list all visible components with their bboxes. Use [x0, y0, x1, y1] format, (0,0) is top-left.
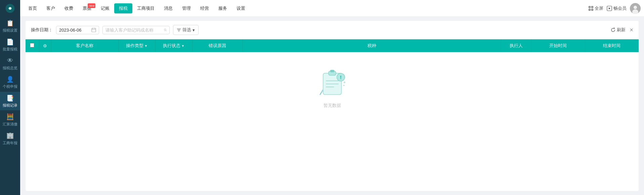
empty-state: ! 暂无数据: [26, 52, 639, 122]
gear-icon[interactable]: ⚙: [43, 43, 47, 48]
topnav-right: 全屏 畅会员: [589, 3, 641, 14]
topnav-items: 首页客户收费票据new记账报税工商项目消息管理经营服务设置: [24, 3, 589, 13]
svg-rect-23: [330, 70, 334, 72]
topnav-item-billing[interactable]: 收费: [60, 3, 78, 13]
svg-marker-20: [614, 28, 615, 29]
sidebar-icon-personal-tax: 👤: [6, 76, 14, 83]
topnav-item-operation[interactable]: 经营: [196, 3, 214, 13]
th-label-error: 错误原因: [209, 43, 226, 48]
sidebar-item-personal-tax[interactable]: 👤个税申报: [0, 73, 20, 92]
sidebar-label-settlement: 汇算清缴: [3, 122, 17, 126]
badge-invoice: new: [88, 3, 95, 8]
topnav-item-tax[interactable]: 报税: [114, 3, 132, 13]
sidebar-icon-annual-report: 🏢: [6, 132, 14, 140]
search-input[interactable]: [105, 28, 162, 33]
svg-point-9: [634, 6, 637, 9]
th-status[interactable]: 执行状态▼: [155, 39, 192, 52]
th-checkbox: [26, 39, 39, 52]
empty-text: 暂无数据: [324, 103, 341, 109]
topnav-item-management[interactable]: 管理: [177, 3, 196, 13]
sidebar-label-tax-records: 报税记录: [3, 103, 17, 108]
table-header-row: ⚙客户名称操作类型▼执行状态▼错误原因税种执行人开始时间结束时间: [26, 39, 639, 52]
sidebar-item-batch-tax[interactable]: 📄批量报税: [0, 36, 20, 54]
avatar-icon: [630, 3, 641, 14]
th-type[interactable]: 操作类型▼: [118, 39, 155, 52]
sidebar-item-tax-records[interactable]: 📑报税记录: [0, 92, 20, 111]
content: 操作日期：: [20, 17, 644, 195]
th-label-status: 执行状态: [163, 43, 180, 48]
sidebar-icon-tax-settings: 📋: [6, 20, 14, 27]
calendar-icon: [91, 28, 96, 32]
table-wrap: ⚙客户名称操作类型▼执行状态▼错误原因税种执行人开始时间结束时间: [26, 39, 639, 191]
sidebar-item-tax-summary[interactable]: 👁报税总览: [0, 54, 20, 73]
filter-button[interactable]: 筛选 ▾: [173, 25, 199, 35]
member-label: 畅会员: [613, 5, 627, 11]
sort-icon-type: ▼: [144, 44, 148, 48]
filter-icon: [177, 28, 181, 32]
svg-point-32: [343, 85, 344, 86]
topnav-item-business[interactable]: 工商项目: [132, 3, 159, 13]
topnav-item-service[interactable]: 服务: [214, 3, 232, 13]
sidebar-label-batch-tax: 批量报税: [3, 47, 17, 51]
topnav-item-home[interactable]: 首页: [24, 3, 42, 13]
th-label-name: 客户名称: [76, 43, 93, 48]
svg-text:!: !: [340, 75, 342, 80]
th-tax_type: 税种: [243, 39, 501, 52]
sidebar-icon-tax-summary: 👁: [7, 57, 13, 65]
toolbar: 操作日期：: [26, 21, 639, 39]
th-label-tax_type: 税种: [368, 43, 376, 48]
select-all-checkbox[interactable]: [30, 43, 34, 47]
date-label: 操作日期：: [31, 27, 53, 33]
svg-rect-11: [92, 28, 96, 32]
sidebar-item-settlement[interactable]: 🧮汇算清缴: [0, 110, 20, 129]
svg-point-31: [343, 81, 345, 83]
topnav-item-invoice[interactable]: 票据new: [78, 3, 96, 13]
topnav-item-customer[interactable]: 客户: [42, 3, 60, 13]
filter-label: 筛选: [182, 27, 191, 33]
svg-marker-7: [609, 7, 610, 9]
main-area: 首页客户收费票据new记账报税工商项目消息管理经营服务设置 全屏 畅会员: [20, 0, 644, 195]
sidebar-icon-settlement: 🧮: [6, 113, 14, 121]
th-label-type: 操作类型: [126, 43, 143, 48]
fullscreen-button[interactable]: 全屏: [589, 5, 603, 11]
topnav-item-messages[interactable]: 消息: [159, 3, 177, 13]
close-button[interactable]: ×: [630, 27, 633, 33]
play-icon: [607, 6, 612, 11]
empty-illustration: !: [315, 66, 349, 99]
th-start_time: 开始时间: [531, 39, 585, 52]
th-error: 错误原因: [192, 39, 243, 52]
th-label-end_time: 结束时间: [603, 43, 620, 48]
sidebar-label-annual-report: 工商年报: [3, 141, 17, 145]
topnav-item-accounts[interactable]: 记账: [96, 3, 114, 13]
toolbar-right: 刷新 ×: [611, 27, 633, 33]
member-button[interactable]: 畅会员: [607, 5, 627, 11]
refresh-button[interactable]: 刷新: [611, 27, 626, 33]
data-table: ⚙客户名称操作类型▼执行状态▼错误原因税种执行人开始时间结束时间: [26, 39, 639, 52]
topnav-item-settings[interactable]: 设置: [232, 3, 250, 13]
th-end_time: 结束时间: [585, 39, 639, 52]
sidebar-item-tax-settings[interactable]: 📋报税设置: [0, 17, 20, 36]
svg-rect-3: [592, 6, 593, 8]
th-executor: 执行人: [501, 39, 531, 52]
sidebar-label-tax-summary: 报税总览: [3, 66, 17, 70]
topnav: 首页客户收费票据new记账报税工商项目消息管理经营服务设置 全屏 畅会员: [20, 0, 644, 17]
sidebar-label-personal-tax: 个税申报: [3, 84, 17, 89]
sidebar-logo: [0, 0, 20, 17]
fullscreen-label: 全屏: [595, 5, 603, 11]
svg-point-1: [9, 7, 11, 10]
th-label-start_time: 开始时间: [549, 43, 567, 48]
refresh-icon: [611, 28, 615, 32]
logo-icon: [5, 3, 15, 13]
date-input[interactable]: [59, 28, 89, 33]
filter-chevron-icon: ▾: [192, 28, 195, 33]
svg-rect-4: [589, 9, 590, 10]
fullscreen-icon: [589, 6, 593, 11]
sidebar: 📋报税设置📄批量报税👁报税总览👤个税申报📑报税记录🧮汇算清缴🏢工商年报: [0, 0, 20, 195]
sidebar-item-annual-report[interactable]: 🏢工商年报: [0, 129, 20, 148]
sort-icon-status: ▼: [181, 44, 185, 48]
sidebar-label-tax-settings: 报税设置: [3, 28, 17, 33]
avatar[interactable]: [630, 3, 641, 14]
svg-line-16: [166, 30, 166, 31]
svg-rect-5: [592, 9, 593, 10]
content-panel: 操作日期：: [26, 21, 639, 191]
